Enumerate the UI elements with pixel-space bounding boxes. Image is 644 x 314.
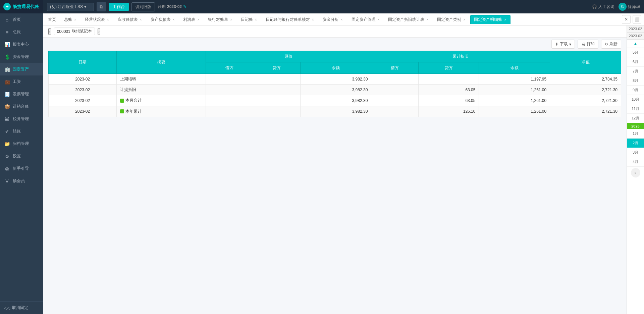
tabbar-controls: ✕ ⬜ (622, 15, 643, 24)
sidebar-item-invoice[interactable]: 🧾 发票管理 (0, 88, 43, 100)
cell-summary: 计提折旧 (117, 85, 206, 95)
sidebar-item-archive[interactable]: 📁 归档管理 (0, 138, 43, 150)
close-icon[interactable]: × (229, 18, 233, 21)
sidebar-item-fixed-assets[interactable]: 🏢 固定资产 (0, 63, 43, 75)
date-month-item[interactable]: 10月 (627, 95, 644, 104)
help-label: 人工客询 (598, 4, 614, 10)
tab-profit[interactable]: 利润表 × (179, 15, 204, 24)
date-month-item[interactable]: 8月 (627, 76, 644, 86)
close-icon[interactable]: × (172, 18, 175, 21)
tab-fixed-assets-category[interactable]: 固定资产类别 × (433, 15, 470, 24)
tab-label: 资金分析 (323, 17, 339, 22)
help-button[interactable]: 🎧 人工客询 (592, 4, 614, 10)
cell-orig-debit (206, 106, 253, 117)
close-icon[interactable]: × (503, 18, 507, 21)
date-month-item[interactable]: 11月 (627, 104, 644, 114)
edit-icon[interactable]: ✎ (183, 4, 186, 9)
close-icon[interactable]: × (377, 18, 380, 21)
date-month-item[interactable]: 4月 (627, 157, 644, 167)
sidebar-item-vip[interactable]: V 畅会员 (0, 175, 43, 187)
sidebar-item-settings[interactable]: ⚙ 设置 (0, 150, 43, 162)
sidebar-item-funds[interactable]: 💲 资金管理 (0, 51, 43, 63)
company-selector[interactable]: (劝) 江西服业-LSS ▾ (47, 3, 94, 11)
date-month-item[interactable]: 2月 (627, 139, 644, 148)
sidebar-item-trade[interactable]: 📦 进销台账 (0, 100, 43, 113)
close-icon[interactable]: × (73, 18, 77, 21)
switch-version-button[interactable]: 切到旧版 (131, 2, 155, 11)
tab-label: 固定资产管理 (352, 17, 376, 22)
tab-balance-sheet[interactable]: 资产负债表 × (147, 15, 179, 24)
col-orig-credit: 贷方 (253, 62, 300, 74)
tab-general-ledger[interactable]: 总账 × (60, 15, 80, 24)
guide-icon: ◎ (4, 166, 10, 171)
sidebar-item-tax[interactable]: 🏛 税务管理 (0, 113, 43, 125)
date-expand-button[interactable]: ○ (631, 168, 640, 177)
download-button[interactable]: ⬇ 下载 ▾ (551, 40, 575, 49)
breadcrumb-next[interactable]: › (98, 28, 101, 35)
date-month-item[interactable]: 3月 (627, 148, 644, 157)
cell-acc-credit: 126.10 (419, 106, 479, 117)
tab-label: 固定资产折旧统计表 (388, 17, 424, 22)
close-icon[interactable]: × (139, 18, 143, 21)
sidebar-item-reports[interactable]: 📊 报表中心 (0, 38, 43, 51)
close-icon[interactable]: × (254, 18, 258, 21)
app-logo: ✦ 畅捷通易代账 (0, 0, 43, 13)
user-profile[interactable]: 徐 徐泽华 (619, 3, 640, 11)
close-icon[interactable]: × (426, 18, 429, 21)
sidebar-item-label: 设置 (13, 153, 21, 159)
company-name: (劝) 江西服业-LSS (50, 4, 83, 10)
close-icon[interactable]: × (463, 18, 466, 21)
date-month-item[interactable]: 1月 (627, 129, 644, 139)
date-nav-up-button[interactable]: ▲ (633, 41, 638, 46)
sidebar-item-home[interactable]: ⌂ 首页 (0, 13, 43, 26)
sidebar-item-guide[interactable]: ◎ 新手引导 (0, 162, 43, 175)
close-icon[interactable]: × (197, 18, 200, 21)
home-icon: ⌂ (4, 17, 10, 22)
refresh-button[interactable]: ↻ 刷新 (601, 40, 621, 49)
sidebar-item-general-ledger[interactable]: ≡ 总账 (0, 26, 43, 38)
tab-depreciation-stats[interactable]: 固定资产折旧统计表 × (384, 15, 433, 24)
period-text: 账期 (158, 4, 166, 10)
cell-date: 2023-02 (49, 85, 117, 95)
tab-fixed-assets-detail[interactable]: 固定资产明细账 × (470, 15, 511, 24)
chevron-down-icon: ▾ (569, 42, 571, 47)
copy-button[interactable]: ⧉ (97, 2, 106, 11)
close-all-tabs-button[interactable]: ✕ (622, 15, 631, 24)
date-month-item[interactable]: 9月 (627, 86, 644, 95)
date-month-item[interactable]: 12月 (627, 114, 644, 123)
tab-journal-bank-check[interactable]: 日记账与银行对账单核对 × (262, 15, 318, 24)
date-month-item[interactable]: 6月 (627, 57, 644, 67)
cell-acc-balance: 1,261.00 (479, 85, 550, 95)
cell-summary: 本年累计 (117, 106, 206, 117)
period-label: 账期 2023-02 ✎ (158, 4, 186, 10)
workbench-button[interactable]: 工作台 (109, 3, 129, 11)
date-month-item[interactable]: 5月 (627, 48, 644, 57)
tab-fund-analysis[interactable]: 资金分析 × (319, 15, 347, 24)
close-icon[interactable]: × (340, 18, 343, 21)
tab-label: 日记账 (241, 17, 253, 22)
tab-fixed-assets-mgmt[interactable]: 固定资产管理 × (348, 15, 384, 24)
close-icon[interactable]: × (106, 18, 110, 21)
cell-acc-debit (371, 106, 419, 117)
print-button[interactable]: 🖨 打印 (578, 40, 598, 49)
invoice-icon: 🧾 (4, 92, 10, 97)
table-row: 2023-02 本年累计 3,982.30 126.10 1,261.00 2,… (49, 106, 621, 117)
date-month-item[interactable]: 7月 (627, 67, 644, 76)
tab-home[interactable]: 首页 (44, 15, 60, 24)
close-icon[interactable]: × (311, 18, 315, 21)
row-green-icon (120, 109, 124, 113)
breadcrumb-prev[interactable]: ‹ (48, 28, 51, 35)
salary-icon: 💼 (4, 79, 10, 85)
sidebar-item-close-accounts[interactable]: ✔ 结账 (0, 125, 43, 138)
row-green-icon (120, 99, 124, 103)
cell-date: 2023-02 (49, 95, 117, 106)
sidebar-item-salary[interactable]: 💼 工资 (0, 75, 43, 88)
col-acc-credit: 贷方 (419, 62, 479, 74)
sidebar-pin-toggle[interactable]: ◁◁ 取消固定 (0, 301, 43, 314)
tab-operations[interactable]: 经营状况表 × (81, 15, 113, 24)
maximize-button[interactable]: ⬜ (633, 15, 641, 24)
tab-label: 固定资产类别 (437, 17, 461, 22)
tab-bank-statement[interactable]: 银行对账单 × (204, 15, 236, 24)
tab-journal[interactable]: 日记账 × (237, 15, 261, 24)
tab-receivable[interactable]: 应收账款表 × (114, 15, 146, 24)
